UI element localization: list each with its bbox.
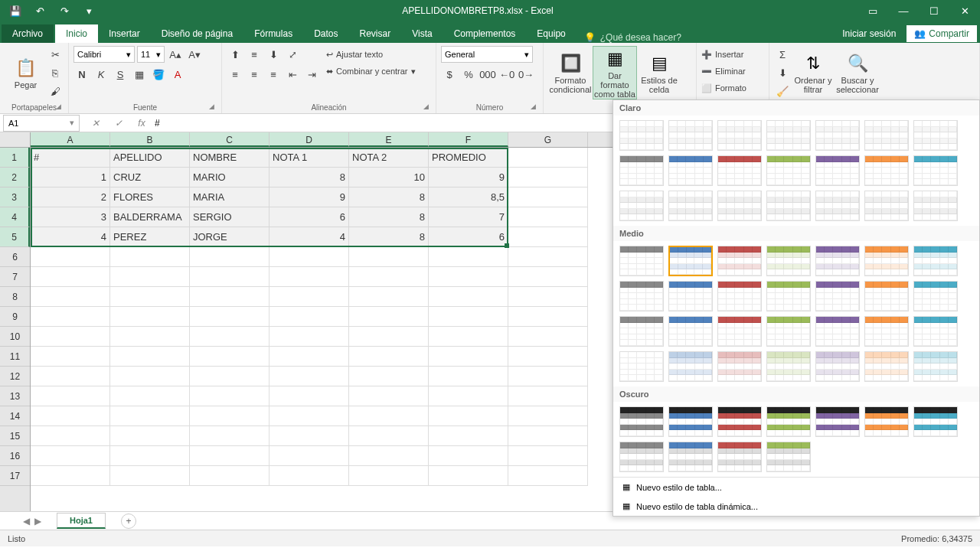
- row-header[interactable]: 16: [0, 446, 30, 466]
- cell[interactable]: [429, 287, 508, 307]
- redo-icon[interactable]: ↷: [55, 2, 74, 20]
- table-style-thumb[interactable]: [668, 155, 713, 186]
- cell[interactable]: [429, 367, 508, 386]
- table-style-thumb[interactable]: [717, 442, 762, 472]
- cell[interactable]: MARIA: [190, 187, 270, 207]
- table-style-thumb[interactable]: [619, 246, 664, 276]
- cell[interactable]: [349, 247, 429, 267]
- row-header[interactable]: 3: [0, 187, 30, 207]
- table-style-thumb[interactable]: [913, 191, 958, 221]
- cell[interactable]: [110, 446, 190, 466]
- table-style-thumb[interactable]: [913, 351, 958, 382]
- align-left-icon[interactable]: ≡: [227, 66, 243, 83]
- tab-view[interactable]: Vista: [401, 24, 443, 43]
- font-launcher-icon[interactable]: ◢: [209, 103, 218, 112]
- cell[interactable]: [110, 307, 190, 327]
- row-header[interactable]: 10: [0, 327, 30, 347]
- table-style-thumb[interactable]: [668, 442, 713, 472]
- align-launcher-icon[interactable]: ◢: [423, 103, 433, 112]
- bold-button[interactable]: N: [74, 66, 90, 83]
- cell[interactable]: [190, 267, 270, 287]
- cell[interactable]: [31, 267, 110, 287]
- number-launcher-icon[interactable]: ◢: [531, 103, 540, 112]
- cell[interactable]: [190, 347, 270, 367]
- cell[interactable]: [508, 207, 588, 227]
- cell[interactable]: [508, 426, 588, 446]
- table-style-thumb[interactable]: [864, 281, 909, 311]
- tab-formulas[interactable]: Fórmulas: [243, 24, 303, 43]
- cell[interactable]: NOTA 2: [349, 148, 429, 168]
- insert-cells-button[interactable]: ➕Insertar: [701, 46, 770, 63]
- table-style-thumb[interactable]: [913, 316, 958, 347]
- cell[interactable]: 10: [349, 168, 429, 187]
- paste-button[interactable]: 📋 Pegar: [5, 46, 47, 99]
- table-style-thumb[interactable]: [766, 351, 811, 382]
- table-style-thumb[interactable]: [717, 281, 762, 311]
- table-style-thumb[interactable]: [619, 191, 664, 221]
- add-sheet-button[interactable]: +: [121, 514, 136, 529]
- cell[interactable]: [110, 287, 190, 307]
- ribbon-options-icon[interactable]: ▭: [858, 0, 888, 21]
- cell[interactable]: 2: [31, 187, 110, 207]
- cell[interactable]: [349, 446, 429, 466]
- cell[interactable]: NOMBRE: [190, 148, 270, 168]
- increase-font-icon[interactable]: A▴: [167, 46, 184, 63]
- col-header[interactable]: B: [110, 132, 190, 147]
- merge-center-button[interactable]: ⬌Combinar y centrar▾: [326, 63, 426, 80]
- find-select-button[interactable]: 🔍 Buscar y seleccionar: [835, 46, 880, 99]
- tab-layout[interactable]: Diseño de página: [151, 24, 243, 43]
- font-color-icon[interactable]: A: [169, 66, 186, 83]
- cell[interactable]: [429, 327, 508, 347]
- table-style-thumb[interactable]: [864, 316, 909, 347]
- table-style-thumb[interactable]: [668, 406, 713, 437]
- save-icon[interactable]: 💾: [6, 2, 24, 20]
- table-style-thumb[interactable]: [766, 155, 811, 186]
- format-cells-button[interactable]: ⬜Formato: [701, 80, 770, 96]
- cell[interactable]: NOTA 1: [270, 148, 349, 168]
- row-header[interactable]: 12: [0, 367, 30, 386]
- cell[interactable]: [508, 168, 588, 187]
- col-header[interactable]: E: [349, 132, 429, 147]
- cell[interactable]: [349, 287, 429, 307]
- increase-decimal-icon[interactable]: ←0: [498, 66, 515, 83]
- cell[interactable]: PEREZ: [110, 227, 190, 247]
- font-size-select[interactable]: 11▾: [137, 46, 165, 63]
- table-style-thumb[interactable]: [815, 281, 860, 311]
- tab-home[interactable]: Inicio: [55, 24, 98, 43]
- signin-link[interactable]: Iniciar sesión: [835, 24, 903, 43]
- row-header[interactable]: 2: [0, 168, 30, 187]
- cell[interactable]: [429, 466, 508, 486]
- table-style-thumb[interactable]: [913, 120, 958, 151]
- cell[interactable]: [429, 406, 508, 426]
- cell[interactable]: [31, 327, 110, 347]
- table-style-thumb[interactable]: [766, 442, 811, 472]
- table-style-thumb[interactable]: [619, 406, 664, 437]
- col-header[interactable]: G: [508, 132, 588, 147]
- table-style-thumb[interactable]: [717, 316, 762, 347]
- cell[interactable]: [190, 426, 270, 446]
- cell[interactable]: [349, 426, 429, 446]
- row-header[interactable]: 14: [0, 406, 30, 426]
- cell[interactable]: [429, 247, 508, 267]
- cell[interactable]: [349, 307, 429, 327]
- table-style-thumb[interactable]: [864, 191, 909, 221]
- table-style-thumb[interactable]: [815, 316, 860, 347]
- cell[interactable]: CRUZ: [110, 168, 190, 187]
- col-header[interactable]: F: [429, 132, 508, 147]
- percent-icon[interactable]: %: [460, 66, 477, 83]
- cell-styles-button[interactable]: ▤ Estilos de celda: [637, 46, 681, 99]
- align-middle-icon[interactable]: ≡: [246, 46, 263, 63]
- cell[interactable]: [349, 386, 429, 406]
- cell[interactable]: 6: [270, 207, 349, 227]
- underline-button[interactable]: S: [112, 66, 129, 83]
- cell[interactable]: [31, 446, 110, 466]
- table-style-thumb[interactable]: [766, 281, 811, 311]
- accounting-icon[interactable]: $: [441, 66, 458, 83]
- cell[interactable]: [429, 267, 508, 287]
- new-pivot-style-button[interactable]: ▦Nuevo estilo de tabla dinámica...: [613, 497, 979, 516]
- cell[interactable]: [270, 367, 349, 386]
- cell[interactable]: [190, 466, 270, 486]
- copy-icon[interactable]: ⎘: [47, 64, 64, 81]
- cell[interactable]: [508, 187, 588, 207]
- cell[interactable]: JORGE: [190, 227, 270, 247]
